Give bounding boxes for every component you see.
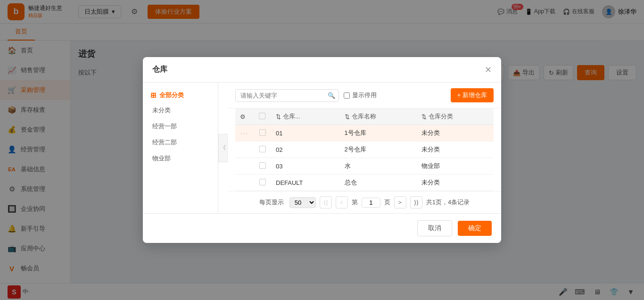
row-id-1: 01 [271, 125, 340, 142]
row-more-icon-1[interactable]: ··· [241, 130, 249, 137]
category-uncategorized[interactable]: 未分类 [143, 102, 218, 118]
row-actions-1: ··· [235, 125, 254, 142]
warehouse-table: ⚙ ⇅ 仓库... [235, 108, 494, 191]
search-input[interactable] [235, 89, 339, 102]
page-next-button[interactable]: ＞ [394, 196, 406, 208]
row-name-2: 2号仓库 [340, 142, 417, 158]
row-check-2 [254, 142, 271, 158]
row-actions-3 [235, 158, 254, 175]
modal-title: 仓库 [152, 65, 167, 75]
show-disabled-label: 显示停用 [344, 91, 377, 100]
search-icon[interactable]: 🔍 [328, 92, 335, 99]
header-checkbox[interactable] [259, 113, 265, 119]
show-disabled-text: 显示停用 [352, 91, 377, 100]
row-id-3: 03 [271, 158, 340, 175]
row-id-4: DEFAULT [271, 175, 340, 191]
modal-main: 🔍 显示停用 + 新增仓库 ⚙ [228, 83, 501, 213]
confirm-button[interactable]: 确定 [458, 221, 492, 236]
modal-footer: 取消 确定 [143, 213, 501, 243]
show-disabled-checkbox[interactable] [344, 92, 350, 99]
row-category-2: 未分类 [417, 142, 494, 158]
sidebar-collapse-button[interactable]: 《 [218, 134, 228, 162]
category-ops1[interactable]: 经营一部 [143, 118, 218, 134]
row-actions-2 [235, 142, 254, 158]
sort-name-icon: ⇅ [345, 113, 350, 120]
row-checkbox-3[interactable] [259, 162, 266, 169]
add-warehouse-button[interactable]: + 新增仓库 [451, 88, 494, 102]
page-total: 共1页，4条记录 [426, 198, 470, 207]
page-size-label: 每页显示 [259, 198, 284, 207]
page-size-select[interactable]: 50 10 20 100 [289, 197, 316, 208]
category-all-header[interactable]: ⊞ 全部分类 [143, 88, 218, 102]
grid-icon: ⊞ [150, 91, 157, 100]
page-number-input[interactable] [362, 198, 380, 208]
modal-header: 仓库 ✕ [143, 57, 501, 83]
th-code: ⇅ 仓库... [271, 108, 340, 125]
th-checkbox [254, 108, 271, 125]
modal-overlay: 仓库 ✕ ⊞ 全部分类 未分类 经营一部 经营二部 物业部 《 [0, 0, 644, 300]
table-row[interactable]: 03 水 物业部 [235, 158, 494, 175]
page-first-button[interactable]: ⟨⟨ [320, 196, 332, 208]
row-check-4 [254, 175, 271, 191]
cancel-button[interactable]: 取消 [417, 220, 452, 236]
row-category-3: 物业部 [417, 158, 494, 175]
page-label: 第 [352, 198, 358, 207]
row-check-1 [254, 125, 271, 142]
th-name: ⇅ 仓库名称 [340, 108, 417, 125]
modal-close-button[interactable]: ✕ [485, 66, 492, 74]
modal-body: ⊞ 全部分类 未分类 经营一部 经营二部 物业部 《 🔍 [143, 83, 501, 213]
table-row[interactable]: ··· 01 1号仓库 未分类 [235, 125, 494, 142]
page-unit: 页 [384, 198, 390, 207]
row-category-4: 未分类 [417, 175, 494, 191]
sort-category-icon: ⇅ [421, 113, 427, 120]
row-checkbox-1[interactable] [259, 129, 266, 136]
row-name-3: 水 [340, 158, 417, 175]
gear-th-icon: ⚙ [240, 113, 246, 120]
category-property[interactable]: 物业部 [143, 150, 218, 167]
row-category-1: 未分类 [417, 125, 494, 142]
row-id-2: 02 [271, 142, 340, 158]
page-prev-button[interactable]: ＜ [336, 196, 348, 208]
row-checkbox-4[interactable] [259, 179, 266, 185]
row-actions-4 [235, 175, 254, 191]
row-name-1: 1号仓库 [340, 125, 417, 142]
category-all-label: 全部分类 [159, 91, 184, 100]
search-wrap: 🔍 [235, 89, 339, 102]
modal-toolbar: 🔍 显示停用 + 新增仓库 [228, 83, 501, 108]
modal-sidebar: ⊞ 全部分类 未分类 经营一部 经营二部 物业部 [143, 83, 218, 213]
warehouse-modal: 仓库 ✕ ⊞ 全部分类 未分类 经营一部 经营二部 物业部 《 [143, 57, 501, 243]
th-category: ⇅ 仓库分类 [417, 108, 494, 125]
row-check-3 [254, 158, 271, 175]
table-wrap: ⚙ ⇅ 仓库... [228, 108, 501, 191]
sort-icon: ⇅ [276, 113, 281, 120]
table-row[interactable]: DEFAULT 总仓 未分类 [235, 175, 494, 191]
th-settings: ⚙ [235, 108, 254, 125]
pagination: 每页显示 50 10 20 100 ⟨⟨ ＜ 第 页 ＞ ⟩⟩ 共1页，4条记录 [228, 191, 501, 213]
table-header-row: ⚙ ⇅ 仓库... [235, 108, 494, 125]
row-checkbox-2[interactable] [259, 146, 266, 152]
category-ops2[interactable]: 经营二部 [143, 134, 218, 150]
row-name-4: 总仓 [340, 175, 417, 191]
page-last-button[interactable]: ⟩⟩ [410, 196, 422, 208]
table-row[interactable]: 02 2号仓库 未分类 [235, 142, 494, 158]
